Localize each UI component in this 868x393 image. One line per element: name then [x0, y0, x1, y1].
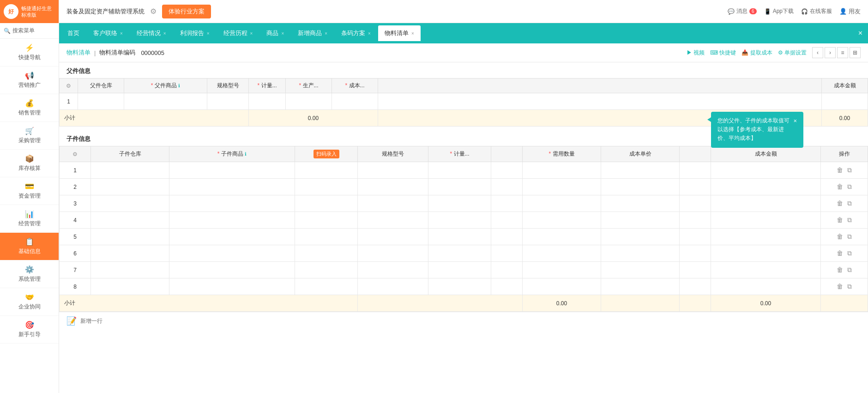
child-row-2-unit[interactable] — [428, 179, 491, 195]
child-row-7-goods[interactable] — [169, 262, 295, 278]
scan-btn[interactable]: 扫码录入 — [313, 150, 339, 158]
child-row-8-unit[interactable] — [428, 278, 491, 295]
child-row-4-spec[interactable] — [358, 212, 428, 229]
delete-icon-2[interactable]: 🗑 — [835, 183, 844, 190]
tab-operations-close[interactable]: × — [163, 31, 166, 36]
child-row-2-warehouse[interactable] — [91, 179, 169, 195]
child-row-7-spec[interactable] — [358, 262, 428, 278]
nav-prev-btn[interactable]: ‹ — [812, 47, 823, 58]
action-video[interactable]: ▶ 视频 — [687, 49, 705, 57]
copy-icon-5[interactable]: ⧉ — [846, 233, 853, 240]
delete-icon-5[interactable]: 🗑 — [835, 233, 844, 240]
sidebar-item-finance[interactable]: 💳 资金管理 — [0, 177, 59, 205]
tab-profit[interactable]: 利润报告 × — [174, 25, 216, 41]
tab-history[interactable]: 经营历程 × — [217, 25, 259, 41]
child-row-8-qty[interactable] — [523, 278, 601, 295]
tooltip-close-btn[interactable]: × — [793, 116, 797, 126]
action-shortcut[interactable]: ⌨ 快捷键 — [710, 49, 736, 57]
tab-goods-close[interactable]: × — [281, 31, 284, 36]
sidebar-item-basic-info[interactable]: 📋 基础信息 — [0, 233, 59, 260]
child-row-7-warehouse[interactable] — [91, 262, 169, 278]
delete-icon-4[interactable]: 🗑 — [835, 216, 844, 224]
child-row-1-goods[interactable] — [169, 162, 295, 179]
online-service-btn[interactable]: 🎧 在线客服 — [801, 7, 832, 15]
tab-operations[interactable]: 经营情况 × — [130, 25, 173, 41]
parent-row-1-warehouse[interactable] — [78, 93, 124, 110]
child-row-3-unit[interactable] — [428, 195, 491, 212]
sidebar-search[interactable]: 🔍 搜索菜单 — [0, 23, 59, 39]
action-cost[interactable]: 📥 提取成本 — [741, 49, 772, 57]
delete-icon-1[interactable]: 🗑 — [835, 166, 844, 174]
child-row-5-warehouse[interactable] — [91, 229, 169, 245]
child-row-3-unit-cost[interactable] — [601, 195, 680, 212]
child-row-3-qty[interactable] — [523, 195, 601, 212]
copy-icon-3[interactable]: ⧉ — [846, 200, 853, 207]
tab-bom[interactable]: 物料清单 × — [378, 25, 421, 41]
child-row-6-unit[interactable] — [428, 245, 491, 262]
child-row-6-qty[interactable] — [523, 245, 601, 262]
child-row-2-qty[interactable] — [523, 179, 601, 195]
sidebar-item-operations[interactable]: 📊 经营管理 — [0, 205, 59, 233]
tab-history-close[interactable]: × — [250, 31, 253, 36]
child-col-scan[interactable]: 扫码录入 — [295, 146, 358, 162]
child-row-1-qty[interactable] — [523, 162, 601, 179]
app-download-btn[interactable]: 📱 App下载 — [764, 7, 794, 15]
parent-row-1-unit[interactable] — [249, 93, 286, 110]
tab-profit-close[interactable]: × — [207, 31, 210, 36]
message-btn[interactable]: 💬 消息 6 — [728, 7, 757, 15]
parent-row-1-cost[interactable] — [332, 93, 378, 110]
child-row-6-spec[interactable] — [358, 245, 428, 262]
sidebar-item-system[interactable]: ⚙️ 系统管理 — [0, 260, 59, 288]
child-row-3-goods[interactable] — [169, 195, 295, 212]
sidebar-item-collab[interactable]: 🤝 企业协同 — [0, 288, 59, 316]
breadcrumb-item-bom[interactable]: 物料清单 — [66, 48, 90, 57]
tab-new-goods-close[interactable]: × — [325, 31, 327, 36]
nav-close-all[interactable]: × — [855, 27, 866, 39]
child-row-1-unit[interactable] — [428, 162, 491, 179]
sidebar-item-sales[interactable]: 💰 销售管理 — [0, 94, 59, 122]
child-row-7-unit[interactable] — [428, 262, 491, 278]
tab-new-goods[interactable]: 新增商品 × — [291, 25, 334, 41]
tab-customer[interactable]: 客户联络 × — [87, 25, 129, 41]
delete-icon-7[interactable]: 🗑 — [835, 266, 844, 273]
copy-icon-4[interactable]: ⧉ — [846, 216, 853, 224]
tab-home[interactable]: 首页 — [61, 25, 86, 41]
nav-menu-btn[interactable]: ≡ — [837, 47, 848, 58]
child-row-6-warehouse[interactable] — [91, 245, 169, 262]
parent-row-1-goods[interactable] — [124, 93, 207, 110]
user-btn[interactable]: 👤 用友 — [839, 7, 861, 16]
child-row-3-spec[interactable] — [358, 195, 428, 212]
try-btn[interactable]: 体验行业方案 — [162, 5, 211, 18]
tab-barcode-close[interactable]: × — [368, 31, 371, 36]
child-row-5-spec[interactable] — [358, 229, 428, 245]
child-row-2-spec[interactable] — [358, 179, 428, 195]
child-row-7-unit-cost[interactable] — [601, 262, 680, 278]
child-row-1-unit-cost[interactable] — [601, 162, 680, 179]
sidebar-item-marketing[interactable]: 📢 营销推广 — [0, 67, 59, 94]
child-row-1-warehouse[interactable] — [91, 162, 169, 179]
child-row-8-goods[interactable] — [169, 278, 295, 295]
add-row-icon[interactable]: 📝 — [66, 316, 77, 326]
delete-icon-3[interactable]: 🗑 — [835, 200, 844, 207]
tab-bom-close[interactable]: × — [411, 31, 414, 36]
child-row-4-warehouse[interactable] — [91, 212, 169, 229]
copy-icon-7[interactable]: ⧉ — [846, 266, 853, 273]
copy-icon-1[interactable]: ⧉ — [846, 166, 853, 174]
tab-barcode[interactable]: 条码方案 × — [335, 25, 377, 41]
child-row-4-unit-cost[interactable] — [601, 212, 680, 229]
parent-col-settings[interactable]: ⚙ — [60, 79, 78, 93]
sidebar-item-purchase[interactable]: 🛒 采购管理 — [0, 122, 59, 150]
child-row-8-unit-cost[interactable] — [601, 278, 680, 295]
child-row-7-qty[interactable] — [523, 262, 601, 278]
tab-customer-close[interactable]: × — [120, 31, 123, 36]
child-row-5-qty[interactable] — [523, 229, 601, 245]
child-row-3-warehouse[interactable] — [91, 195, 169, 212]
nav-grid-btn[interactable]: ⊞ — [850, 47, 861, 58]
delete-icon-8[interactable]: 🗑 — [835, 283, 844, 290]
child-col-settings[interactable]: ⚙ — [60, 146, 91, 162]
child-row-4-unit[interactable] — [428, 212, 491, 229]
add-row-label[interactable]: 新增一行 — [80, 317, 102, 325]
delete-icon-6[interactable]: 🗑 — [835, 249, 844, 257]
child-row-1-spec[interactable] — [358, 162, 428, 179]
child-row-6-goods[interactable] — [169, 245, 295, 262]
